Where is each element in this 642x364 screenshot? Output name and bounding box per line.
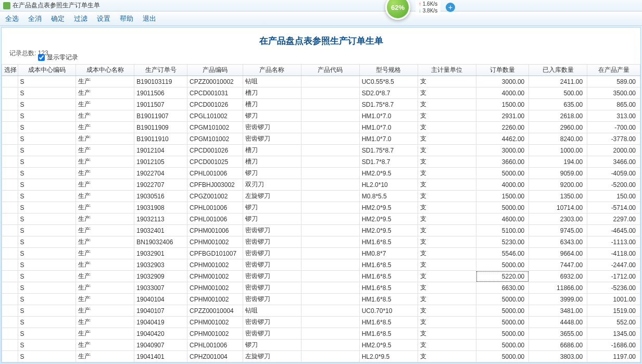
cell-prod_name[interactable]: 钻咀: [243, 76, 301, 87]
cell-in_qty[interactable]: 500.00: [529, 87, 587, 99]
cell-prod_name[interactable]: 钻咀: [243, 305, 301, 317]
cell-prod_code[interactable]: CPHM001002: [187, 294, 243, 305]
cell-cc_name[interactable]: 生产: [76, 87, 134, 99]
cell-cc_code[interactable]: S: [18, 122, 76, 133]
cell-in_qty[interactable]: 3655.00: [529, 328, 587, 340]
menu-exit[interactable]: 退出: [143, 14, 156, 23]
cell-unit[interactable]: 支: [418, 317, 476, 328]
cell-sel[interactable]: [2, 328, 18, 340]
cell-spec[interactable]: HM1.6*8.5: [359, 259, 418, 271]
cell-prod_code[interactable]: CPHL001006: [187, 168, 243, 179]
table-row[interactable]: S生产19032401CPHM001006密齿锣刀HM2.0*9.5支5100.…: [2, 225, 640, 236]
cell-cc_code[interactable]: S: [18, 202, 76, 214]
cell-wip_qty[interactable]: -3778.00: [587, 133, 640, 145]
cell-order_no[interactable]: 19031908: [134, 202, 187, 214]
cell-prod_name[interactable]: 槽刀: [243, 99, 301, 110]
cell-prod_alias[interactable]: [301, 305, 359, 317]
cell-cc_name[interactable]: 生产: [76, 179, 134, 191]
cell-wip_qty[interactable]: 1000.00: [587, 362, 640, 363]
cell-cc_name[interactable]: 生产: [76, 282, 134, 294]
cell-unit[interactable]: 支: [418, 145, 476, 156]
cell-order_qty[interactable]: 5000.00: [476, 294, 529, 305]
cell-order_no[interactable]: 19011507: [134, 99, 187, 110]
cell-order_qty[interactable]: 4600.00: [476, 214, 529, 225]
cell-wip_qty[interactable]: 1197.00: [587, 351, 640, 362]
cell-prod_name[interactable]: 左旋锣刀: [243, 191, 301, 202]
cell-order_no[interactable]: 19033007: [134, 282, 187, 294]
cell-spec[interactable]: SD1.7*8.7: [359, 156, 418, 168]
cell-prod_code[interactable]: CPHZ001004: [187, 351, 243, 362]
table-row[interactable]: S生产B190103119CPZZ00010002钻咀UC0.55*8.5支30…: [2, 76, 640, 87]
cell-cc_name[interactable]: 生产: [76, 248, 134, 259]
cell-sel[interactable]: [2, 202, 18, 214]
cell-sel[interactable]: [2, 168, 18, 179]
cell-spec[interactable]: HM1.6*8.5: [359, 271, 418, 282]
cell-prod_name[interactable]: 密齿锣刀: [243, 282, 301, 294]
data-grid[interactable]: 选择成本中心编码成本中心名称生产订单号产品编码产品名称产品代码型号规格主计量单位…: [2, 64, 640, 362]
table-row[interactable]: S生产19030516CPGZ001002左旋锣刀M0.8*5.5支1500.0…: [2, 191, 640, 202]
menu-help[interactable]: 帮助: [120, 14, 133, 23]
table-row[interactable]: S生产19032903CPHM001002密齿锣刀HM1.6*8.5支5000.…: [2, 259, 640, 271]
cell-prod_code[interactable]: CPHM001006: [187, 225, 243, 236]
cell-wip_qty[interactable]: -700.00: [587, 122, 640, 133]
cell-cc_name[interactable]: 生产: [76, 133, 134, 145]
cell-sel[interactable]: [2, 156, 18, 168]
cell-cc_code[interactable]: S: [18, 317, 76, 328]
cell-unit[interactable]: 支: [418, 305, 476, 317]
table-row[interactable]: S生产19033007CPHM001002密齿锣刀HM1.6*8.5支6630.…: [2, 282, 640, 294]
cell-order_qty[interactable]: 5000.00: [476, 340, 529, 351]
cell-prod_code[interactable]: CPCD001026: [187, 99, 243, 110]
cell-prod_alias[interactable]: [301, 87, 359, 99]
cell-spec[interactable]: HM2.0*9.5: [359, 225, 418, 236]
cell-wip_qty[interactable]: -1686.00: [587, 340, 640, 351]
cell-unit[interactable]: 支: [418, 248, 476, 259]
cell-cc_code[interactable]: S: [18, 362, 76, 363]
cell-wip_qty[interactable]: -5236.00: [587, 282, 640, 294]
cell-prod_code[interactable]: CPGM101002: [187, 122, 243, 133]
cell-cc_name[interactable]: 生产: [76, 202, 134, 214]
cell-spec[interactable]: SD2.0*8.7: [359, 87, 418, 99]
cell-prod_name[interactable]: 锣刀: [243, 110, 301, 122]
cell-unit[interactable]: 支: [418, 168, 476, 179]
cell-order_no[interactable]: 19012104: [134, 145, 187, 156]
cell-order_qty[interactable]: 4462.00: [476, 133, 529, 145]
cell-prod_code[interactable]: CPGM101002: [187, 133, 243, 145]
cell-spec[interactable]: SD1.75*8.7: [359, 145, 418, 156]
cell-in_qty[interactable]: 1000.00: [529, 145, 587, 156]
cell-wip_qty[interactable]: -2447.00: [587, 259, 640, 271]
cell-prod_code[interactable]: CPHZ001004: [187, 362, 243, 363]
cell-sel[interactable]: [2, 236, 18, 248]
cell-sel[interactable]: [2, 191, 18, 202]
table-row[interactable]: S生产19022704CPHL001006锣刀HM2.0*9.5支5000.00…: [2, 168, 640, 179]
cell-prod_name[interactable]: 锣刀: [243, 214, 301, 225]
table-row[interactable]: S生产19032909CPHM001002密齿锣刀HM1.6*8.5支5220.…: [2, 271, 640, 282]
cell-spec[interactable]: HM1.6*8.5: [359, 236, 418, 248]
cell-order_no[interactable]: 19040907: [134, 340, 187, 351]
cell-in_qty[interactable]: 9059.00: [529, 168, 587, 179]
cell-cc_code[interactable]: S: [18, 99, 76, 110]
cell-unit[interactable]: 支: [418, 133, 476, 145]
cell-in_qty[interactable]: 10714.00: [529, 202, 587, 214]
cell-in_qty[interactable]: 9664.00: [529, 248, 587, 259]
cell-sel[interactable]: [2, 225, 18, 236]
cell-order_no[interactable]: BN19032406: [134, 236, 187, 248]
table-row[interactable]: S生产19011506CPCD001031槽刀SD2.0*8.7支4000.00…: [2, 87, 640, 99]
cell-cc_code[interactable]: S: [18, 282, 76, 294]
cell-wip_qty[interactable]: 865.00: [587, 99, 640, 110]
cell-in_qty[interactable]: 6932.00: [529, 271, 587, 282]
cell-cc_name[interactable]: 生产: [76, 236, 134, 248]
cell-order_qty[interactable]: 5546.00: [476, 248, 529, 259]
cell-order_no[interactable]: 19022707: [134, 179, 187, 191]
cell-prod_code[interactable]: CPCD001025: [187, 156, 243, 168]
cell-prod_code[interactable]: CPHM001002: [187, 282, 243, 294]
cell-cc_code[interactable]: S: [18, 110, 76, 122]
cell-in_qty[interactable]: 2411.00: [529, 76, 587, 87]
cell-prod_alias[interactable]: [301, 225, 359, 236]
cell-cc_code[interactable]: S: [18, 351, 76, 362]
col-header-spec[interactable]: 型号规格: [359, 65, 418, 76]
cell-sel[interactable]: [2, 259, 18, 271]
cell-prod_code[interactable]: CPFBGD101007: [187, 248, 243, 259]
cell-prod_alias[interactable]: [301, 202, 359, 214]
cell-unit[interactable]: 支: [418, 294, 476, 305]
cell-sel[interactable]: [2, 133, 18, 145]
